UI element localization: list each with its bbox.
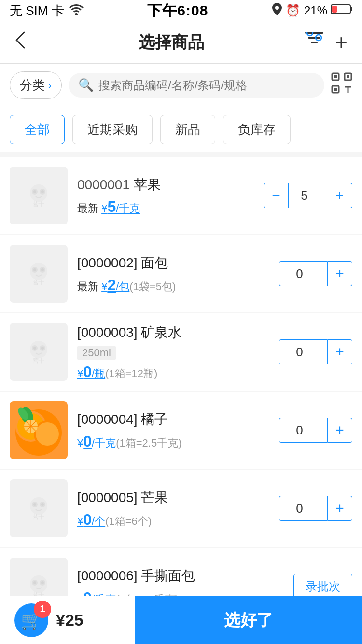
increase-button[interactable]: +: [327, 418, 352, 443]
filter-tabs: 全部 近期采购 新品 负库存: [0, 107, 362, 152]
svg-text:营十: 营十: [33, 279, 44, 286]
product-info-0000005: [0000005] 芒果 ¥0/个(1箱=6个): [77, 489, 279, 529]
product-name: [0000003] 矿泉水: [77, 323, 279, 342]
product-name: [0000005] 芒果: [77, 489, 279, 507]
svg-point-49: [33, 503, 36, 506]
product-price: ¥0/个(1箱=6个): [77, 511, 279, 529]
product-image-0000001: 营十: [10, 167, 68, 224]
svg-rect-12: [347, 75, 349, 78]
cart-button[interactable]: 🛒 1: [14, 603, 48, 637]
quantity-control-0000004: +: [279, 418, 352, 443]
quantity-control-0000002: +: [279, 261, 352, 286]
product-info-0000001: 0000001 苹果 最新 ¥5/千克: [77, 176, 264, 216]
nav-actions: +: [299, 30, 348, 55]
cart-total: ¥25: [56, 611, 84, 630]
search-icon: 🔍: [78, 78, 94, 93]
svg-rect-5: [311, 42, 318, 43]
svg-rect-2: [332, 6, 337, 13]
battery-icon: [331, 4, 352, 17]
quantity-control-0000003: +: [279, 339, 352, 364]
product-price: ¥0/千克(1箱=2.5千克): [77, 433, 279, 450]
svg-point-19: [33, 190, 36, 193]
increase-button[interactable]: +: [327, 183, 352, 208]
svg-point-55: [33, 581, 36, 584]
svg-point-31: [33, 347, 36, 350]
increase-button[interactable]: +: [327, 261, 352, 286]
product-info-0000003: [0000003] 矿泉水 250ml ¥0/瓶(1箱=12瓶): [77, 323, 279, 381]
svg-rect-3: [305, 32, 323, 34]
product-price: 最新 ¥5/千克: [77, 198, 264, 216]
svg-point-50: [41, 503, 44, 506]
list-item: 营十 [0000005] 芒果 ¥0/个(1箱=6个) +: [0, 470, 362, 547]
list-item: 营十 [0000003] 矿泉水 250ml ¥0/瓶(1箱=12瓶) +: [0, 313, 362, 391]
svg-point-26: [41, 268, 44, 271]
svg-rect-4: [308, 37, 320, 39]
svg-text:营十: 营十: [33, 201, 44, 208]
page-title: 选择商品: [43, 31, 299, 54]
tab-all[interactable]: 全部: [10, 115, 65, 144]
product-name: [0000006] 手撕面包: [77, 567, 293, 585]
svg-point-25: [33, 268, 36, 271]
product-image-0000005: 营十: [10, 479, 68, 537]
increase-button[interactable]: +: [327, 339, 352, 364]
list-item: [0000004] 橘子 ¥0/千克(1箱=2.5千克) +: [0, 392, 362, 469]
svg-text:营十: 营十: [33, 514, 44, 520]
svg-point-56: [41, 581, 44, 584]
category-button[interactable]: 分类 ›: [10, 71, 62, 99]
product-info-0000002: [0000002] 面包 最新 ¥2/包(1袋=5包): [77, 254, 279, 294]
back-button[interactable]: [14, 30, 43, 54]
quantity-control-0000005: +: [279, 496, 352, 521]
status-bar: 无 SIM 卡 下午6:08 ⏰ 21%: [0, 0, 362, 21]
cart-badge: 1: [34, 601, 51, 618]
tab-new[interactable]: 新品: [160, 115, 215, 144]
product-price: 最新 ¥2/包(1袋=5包): [77, 276, 279, 294]
list-item: 营十 [0000002] 面包 最新 ¥2/包(1袋=5包) +: [0, 235, 362, 312]
product-name: 0000001 苹果: [77, 176, 264, 194]
product-info-0000004: [0000004] 橘子 ¥0/千克(1箱=2.5千克): [77, 410, 279, 450]
location-icon: [272, 3, 282, 18]
quantity-input[interactable]: [279, 418, 327, 443]
search-input-wrap: 🔍: [69, 73, 324, 98]
svg-text:营十: 营十: [33, 357, 44, 364]
status-left: 无 SIM 卡: [10, 2, 84, 19]
status-time: 下午6:08: [147, 1, 208, 21]
product-image-0000004: [10, 401, 68, 459]
quantity-control-0000001: − +: [264, 183, 352, 208]
product-name: [0000002] 面包: [77, 254, 279, 272]
alarm-icon: ⏰: [286, 4, 300, 17]
search-bar: 分类 › 🔍: [0, 64, 362, 107]
filter-icon[interactable]: [305, 32, 323, 53]
product-price: ¥0/瓶(1箱=12瓶): [77, 363, 279, 381]
wifi-icon: [69, 3, 84, 18]
increase-button[interactable]: +: [327, 496, 352, 521]
svg-rect-11: [334, 75, 337, 78]
svg-rect-13: [334, 88, 337, 91]
quantity-input[interactable]: [279, 261, 327, 286]
product-image-0000003: 营十: [10, 323, 68, 381]
status-right: ⏰ 21%: [272, 3, 352, 18]
nav-bar: 选择商品 +: [0, 21, 362, 64]
list-item: 营十 0000001 苹果 最新 ¥5/千克 − +: [0, 157, 362, 234]
product-image-0000002: 营十: [10, 245, 68, 303]
add-icon[interactable]: +: [335, 30, 348, 55]
quantity-input[interactable]: [289, 183, 327, 208]
confirm-button[interactable]: 选好了: [135, 596, 362, 644]
svg-point-38: [36, 422, 59, 446]
battery-text: 21%: [304, 4, 327, 17]
product-name: [0000004] 橘子: [77, 410, 279, 429]
scan-icon[interactable]: [331, 72, 352, 98]
svg-point-32: [41, 347, 44, 350]
tab-negative-stock[interactable]: 负库存: [223, 115, 291, 144]
svg-rect-1: [350, 7, 352, 11]
bottom-bar: 🛒 1 ¥25 选好了: [0, 596, 362, 644]
product-list: 营十 0000001 苹果 最新 ¥5/千克 − +: [0, 157, 362, 644]
decrease-button[interactable]: −: [264, 183, 289, 208]
quantity-input[interactable]: [279, 496, 327, 521]
carrier-text: 无 SIM 卡: [10, 2, 64, 19]
product-spec: 250ml: [77, 346, 116, 360]
svg-point-20: [41, 190, 44, 193]
cart-section: 🛒 1 ¥25: [0, 603, 135, 637]
search-input[interactable]: [98, 79, 315, 92]
quantity-input[interactable]: [279, 339, 327, 364]
tab-recent[interactable]: 近期采购: [72, 115, 153, 144]
